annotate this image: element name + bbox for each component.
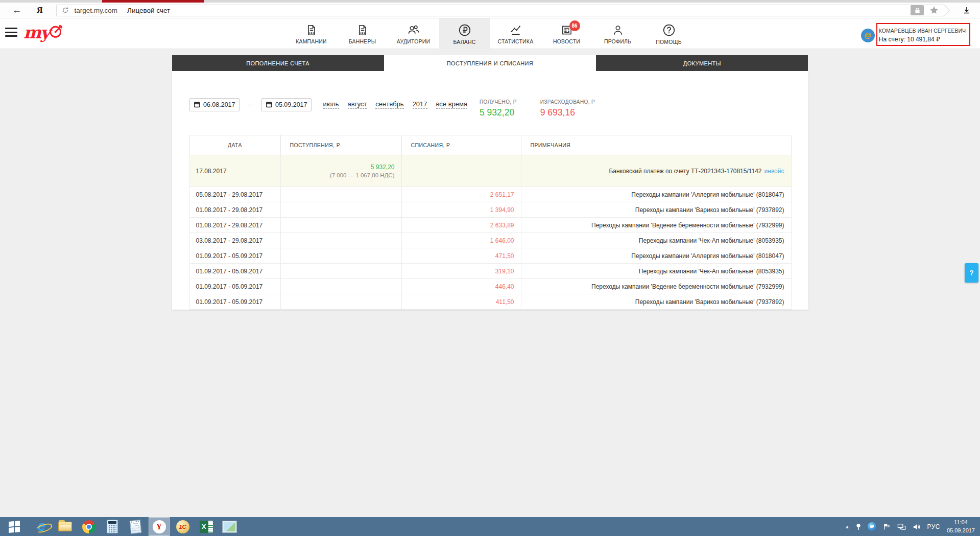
balance-tabs: ПОПОЛНЕНИЕ СЧЁТА ПОСТУПЛЕНИЯ И СПИСАНИЯ … <box>172 49 808 71</box>
table-row: 01.08.2017 - 29.08.2017 1 394,90 Переход… <box>189 202 791 218</box>
language-indicator[interactable]: РУС <box>927 523 940 530</box>
tray-network-icon[interactable] <box>897 523 906 530</box>
received-value: 5 932,20 <box>480 107 517 118</box>
nav-audiences[interactable]: АУДИТОРИИ <box>388 18 439 49</box>
refresh-icon[interactable] <box>62 7 69 14</box>
taskbar-chrome[interactable] <box>78 517 99 536</box>
chart-icon <box>509 24 522 37</box>
question-icon <box>662 23 676 37</box>
bookmark-star-icon[interactable] <box>929 6 939 15</box>
nav-banners[interactable]: БАННЕРЫ <box>337 18 388 49</box>
page-content: ПОПОЛНЕНИЕ СЧЁТА ПОСТУПЛЕНИЯ И СПИСАНИЯ … <box>0 49 980 516</box>
download-icon[interactable] <box>963 6 971 14</box>
taskbar-yandex-browser[interactable]: Y <box>149 517 170 536</box>
mytarget-logo[interactable]: my <box>23 22 64 42</box>
quick-date-links: июль август сентябрь 2017 все время <box>323 100 468 109</box>
user-account-block[interactable]: @ КОМАРЕВЦЕВ ИВАН СЕРГЕЕВИЧ На счету: 10… <box>861 27 967 44</box>
col-debits: СПИСАНИЯ, Р <box>401 135 521 155</box>
excel-icon: X <box>200 521 213 533</box>
taskbar-clock[interactable]: 11:04 05.09.2017 <box>947 519 975 535</box>
date-to-input[interactable]: 05.09.2017 <box>261 98 312 111</box>
tray-volume-icon[interactable] <box>913 523 920 530</box>
yandex-browser-icon: Y <box>153 520 166 533</box>
taskbar-notepad[interactable] <box>125 517 146 536</box>
url-domain[interactable]: target.my.com <box>75 7 118 14</box>
ruble-icon <box>458 23 472 37</box>
news-badge: 86 <box>569 20 580 31</box>
credit-amount: 5 932,20 <box>371 164 395 171</box>
taskbar-calculator[interactable] <box>102 517 123 536</box>
app-header: my КАМПАНИИ БАННЕРЫ <box>0 18 980 49</box>
nav-news[interactable]: НОВОСТИ 86 <box>541 18 592 49</box>
nav-statistics[interactable]: СТАТИСТИКА <box>490 18 541 49</box>
calculator-icon <box>107 520 118 533</box>
lock-icon[interactable] <box>911 5 924 15</box>
col-credits: ПОСТУПЛЕНИЯ, Р <box>280 135 401 155</box>
table-row: 01.09.2017 - 05.09.2017 446,40 Переходы … <box>189 279 791 294</box>
yandex-home-button[interactable]: Я <box>37 6 43 15</box>
date-range-separator: — <box>247 101 254 108</box>
calendar-icon <box>266 101 272 108</box>
table-row: 01.08.2017 - 29.08.2017 2 633,89 Переход… <box>189 218 791 233</box>
link-year[interactable]: 2017 <box>413 100 427 109</box>
ie-icon: e <box>38 520 45 533</box>
user-name: КОМАРЕВЦЕВ ИВАН СЕРГЕЕВИЧ <box>879 27 966 35</box>
table-header-row: ДАТА ПОСТУПЛЕНИЯ, Р СПИСАНИЯ, Р ПРИМЕЧАН… <box>189 135 791 155</box>
main-nav: КАМПАНИИ БАННЕРЫ АУДИТОРИИ БАЛАНС <box>286 18 695 49</box>
invoice-link[interactable]: инвойс <box>764 168 784 175</box>
taskbar-image-viewer[interactable] <box>219 517 240 536</box>
nav-profile[interactable]: ПРОФИЛЬ <box>592 18 643 49</box>
tab-documents[interactable]: ДОКУМЕНТЫ <box>596 55 808 71</box>
document-icon <box>305 24 318 37</box>
taskbar-1c[interactable]: 1С <box>172 517 193 536</box>
windows-logo-icon <box>9 521 20 532</box>
taskbar-internet-explorer[interactable]: e <box>31 517 52 536</box>
hamburger-menu-icon[interactable] <box>5 28 17 39</box>
tray-flag-icon[interactable] <box>883 523 891 530</box>
nav-campaigns[interactable]: КАМПАНИИ <box>286 18 337 49</box>
link-september[interactable]: сентябрь <box>375 100 403 109</box>
urlbar-chevron <box>939 5 950 16</box>
browser-toolbar: ← Я target.my.com Лицевой счет <box>0 3 980 18</box>
table-row: 05.08.2017 - 29.08.2017 2 651,17 Переход… <box>189 187 791 202</box>
nav-help[interactable]: ПОМОЩЬ <box>643 18 695 49</box>
notepad-icon <box>130 519 142 533</box>
table-row: 01.09.2017 - 05.09.2017 411,50 Переходы … <box>189 294 791 310</box>
link-all-time[interactable]: все время <box>436 100 467 109</box>
people-icon <box>407 23 420 37</box>
start-button[interactable] <box>0 517 29 536</box>
date-from-input[interactable]: 06.08.2017 <box>189 98 240 111</box>
tab-credits-debits[interactable]: ПОСТУПЛЕНИЯ И СПИСАНИЯ <box>384 55 596 71</box>
table-row: 01.09.2017 - 05.09.2017 471,50 Переходы … <box>189 248 791 264</box>
url-page-title: Лицевой счет <box>127 7 170 14</box>
system-tray: ▲ РУС 11:04 05.09.2017 <box>845 519 975 535</box>
link-july[interactable]: июль <box>323 100 339 109</box>
user-avatar[interactable]: @ <box>861 29 875 42</box>
tray-thunderbird-icon[interactable] <box>868 522 876 531</box>
taskbar-file-explorer[interactable] <box>55 517 76 536</box>
clock-time: 11:04 <box>947 519 975 527</box>
table-row: 03.08.2017 - 29.08.2017 1 646,00 Переход… <box>189 233 791 248</box>
received-total: ПОЛУЧЕНО, Р 5 932,20 <box>480 99 517 118</box>
target-icon <box>48 23 64 39</box>
nav-balance[interactable]: БАЛАНС <box>439 18 490 49</box>
chrome-icon <box>82 520 95 533</box>
help-floating-button[interactable]: ? <box>965 263 978 283</box>
document-icon <box>356 24 369 37</box>
1c-icon: 1С <box>176 520 189 533</box>
link-august[interactable]: август <box>348 100 367 109</box>
tab-top-up[interactable]: ПОПОЛНЕНИЕ СЧЁТА <box>172 55 384 71</box>
back-button[interactable]: ← <box>8 5 26 16</box>
tray-pin-icon[interactable] <box>856 523 861 530</box>
table-row: 01.09.2017 - 05.09.2017 319,10 Переходы … <box>189 264 791 279</box>
address-bar[interactable]: target.my.com Лицевой счет <box>56 5 944 16</box>
folder-icon <box>58 522 72 531</box>
table-row: 17.08.2017 5 932,20 (7 000 — 1 067,80 НД… <box>189 155 791 187</box>
tray-expand-icon[interactable]: ▲ <box>845 524 849 529</box>
taskbar-excel[interactable]: X <box>196 517 217 536</box>
spent-value: 9 693,16 <box>540 107 595 118</box>
col-date: ДАТА <box>189 135 280 155</box>
clock-date: 05.09.2017 <box>947 527 975 535</box>
spent-total: ИЗРАСХОДОВАНО, Р 9 693,16 <box>540 99 595 118</box>
filters-row: 06.08.2017 — 05.09.2017 июль август сент… <box>172 71 808 118</box>
